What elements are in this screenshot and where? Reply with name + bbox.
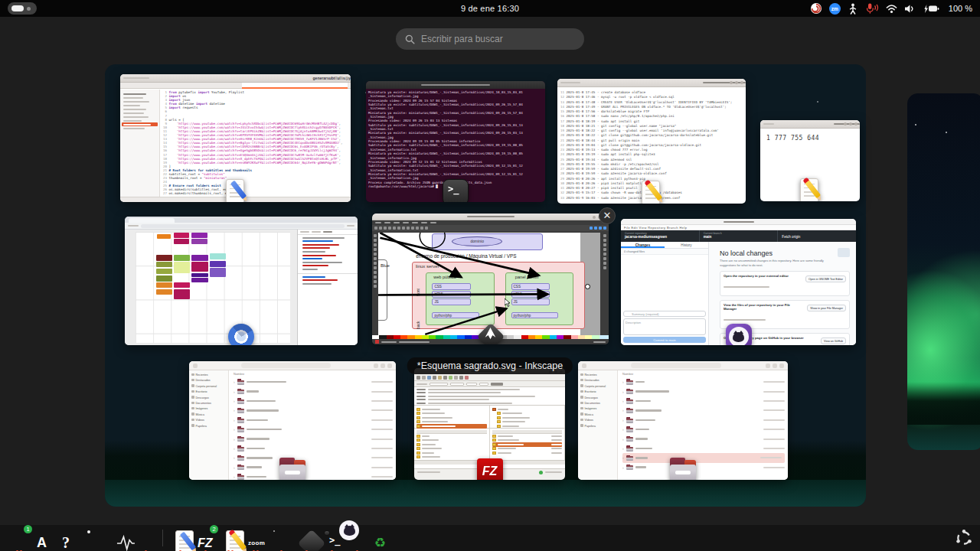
calendar-event-block: [191, 273, 207, 278]
browser-tab: [129, 218, 175, 223]
window-gedit-log[interactable]: 11 2025-01-8 17:45 - create database old…: [557, 79, 746, 204]
dock-item-inkscape[interactable]: [296, 528, 316, 548]
local-files: [414, 429, 490, 460]
quickconnect-bar: [414, 381, 565, 387]
commit-summary-input[interactable]: Summary (required): [623, 311, 706, 317]
dock-item-usage[interactable]: [85, 528, 105, 548]
search-button: [374, 364, 378, 368]
show-files-button[interactable]: Show in your File Manager: [807, 305, 846, 311]
browser-tab-strip: [125, 217, 358, 223]
code-area: 1 from pytubefix import YouTube, Playlis…: [161, 90, 351, 197]
workspace-next[interactable]: [907, 93, 980, 450]
volume-icon[interactable]: [904, 4, 915, 14]
window-gedit-code[interactable]: generarsubtitulos.py 1 from pytubefix im…: [120, 74, 351, 202]
window-files-2[interactable]: RecientesDestacadosCarpeta personalEscri…: [578, 361, 788, 480]
window-files-1[interactable]: RecientesDestacadosCarpeta personalEscri…: [189, 361, 396, 480]
dock-item-zoom[interactable]: zoom: [246, 528, 266, 548]
file-list: Nombre › › › › › › › › › › ›: [229, 370, 396, 480]
calendar-event-block: [156, 282, 172, 288]
headerbar: [189, 361, 396, 370]
calendar-event-block: [156, 262, 172, 267]
zoom-tray-icon[interactable]: zm: [829, 3, 841, 15]
microphone-muted-icon[interactable]: [865, 3, 879, 15]
repo-toolbar: Current repository jacarsa-mediumseagree…: [621, 230, 856, 242]
dock-item-software-updater[interactable]: ♻: [372, 528, 392, 548]
places-sidebar: RecientesDestacadosCarpeta personalEscri…: [189, 370, 229, 480]
calendar-event-block: [174, 262, 190, 272]
wifi-icon[interactable]: [886, 4, 897, 14]
calendar-event-block: [156, 289, 172, 295]
dock-item-gedit[interactable]: [170, 528, 190, 548]
window-filezilla[interactable]: FZ: [414, 368, 565, 480]
view-button: [773, 364, 777, 368]
chromium-app-icon: [226, 321, 256, 345]
message-log: [414, 387, 565, 406]
search-bar[interactable]: [396, 28, 584, 50]
show-applications-button[interactable]: [955, 529, 973, 547]
path-bar: [241, 363, 331, 368]
calendar-event-block: [156, 276, 172, 281]
search-button: [766, 364, 770, 368]
battery-charging-icon[interactable]: [922, 4, 940, 14]
open-editor-button[interactable]: Open in GNOME Text Editor: [805, 276, 846, 282]
selected-folder: [416, 424, 487, 429]
close-window-button[interactable]: ✕: [599, 207, 616, 224]
menu-button: [387, 364, 392, 368]
view-button: [381, 364, 385, 368]
screen-recorder-icon[interactable]: [810, 2, 822, 15]
calendar-event-block: [174, 233, 189, 238]
calendar-event-block: [174, 255, 190, 260]
remote-files: [490, 429, 566, 460]
calendar-event-block: [191, 233, 207, 238]
files-app-icon: [277, 456, 308, 480]
terminal-app-icon: >_: [440, 177, 471, 202]
current-repository[interactable]: Current repository jacarsa-mediumseagree…: [621, 230, 700, 242]
top-bar: 9 de ene 16:30 zm: [0, 0, 980, 17]
commit-button[interactable]: Commit to main: [623, 337, 706, 343]
titlebar: [760, 120, 860, 129]
svg-canvas: Blue dominio entorno de producción / Máq…: [378, 233, 600, 335]
column-header-name: Nombre: [622, 372, 788, 377]
dock-item-system-monitor[interactable]: [110, 528, 130, 548]
window-terminal[interactable]: Miniatura ya existe: miniaturas/DAW1_-_S…: [366, 81, 545, 202]
commit-description-input[interactable]: Description: [623, 318, 706, 335]
dock-item-ubuntu-software[interactable]: A: [34, 528, 54, 548]
titlebar: [366, 81, 545, 89]
notification-badge: 2: [210, 525, 218, 533]
dock: 1 A ? FZ 2 zoom: [0, 525, 980, 551]
dock-item-filezilla[interactable]: FZ 2: [195, 528, 215, 548]
calendar-event-block: [210, 261, 226, 266]
window-inkscape[interactable]: Blue dominio entorno de producción / Máq…: [372, 214, 609, 344]
calendar-event-block: [156, 269, 172, 274]
dock-item-help[interactable]: ?: [60, 528, 80, 548]
dock-item-files[interactable]: 1: [9, 528, 29, 548]
current-branch[interactable]: Current branch main: [700, 230, 779, 242]
window-github-desktop[interactable]: File Edit View Repository Branch Help Cu…: [621, 219, 856, 345]
window-gedit-numbers[interactable]: 1 777 755 644: [760, 120, 860, 201]
view-github-button[interactable]: View on GitHub: [821, 337, 846, 344]
calendar-event-block: [191, 262, 207, 272]
terminal-output: Miniatura ya existe: miniaturas/DAW1_-_S…: [366, 89, 545, 190]
suggestion-card: Open the repository in your external edi…: [720, 271, 850, 296]
window-chromium-calendar[interactable]: [125, 217, 358, 345]
tab-history[interactable]: History: [665, 242, 708, 248]
dock-item-github-desktop[interactable]: [347, 528, 367, 548]
dock-item-obs-studio[interactable]: [271, 528, 291, 548]
titlebar: [557, 79, 746, 87]
search-input[interactable]: [421, 34, 559, 44]
gedit-app-icon: [220, 177, 251, 202]
tab-changes[interactable]: Changes: [621, 242, 665, 248]
accessibility-icon[interactable]: [848, 3, 858, 15]
dock-item-text-editor[interactable]: [220, 528, 240, 548]
filezilla-app-icon: FZ: [475, 456, 505, 480]
system-tray[interactable]: zm 100 %: [810, 0, 972, 17]
fetch-origin[interactable]: Fetch origin: [778, 230, 856, 242]
empty-state-subtitle: There are no uncommitted changes in this…: [720, 259, 835, 267]
calendar-page: [125, 230, 297, 345]
dock-item-chromium[interactable]: [136, 528, 155, 548]
directory-trees: [414, 406, 565, 429]
titlebar: generarsubtitulos.py: [120, 74, 351, 83]
address-bar: [141, 224, 345, 228]
calendar-grid: [136, 232, 291, 343]
inkscape-app-icon: [475, 321, 506, 344]
